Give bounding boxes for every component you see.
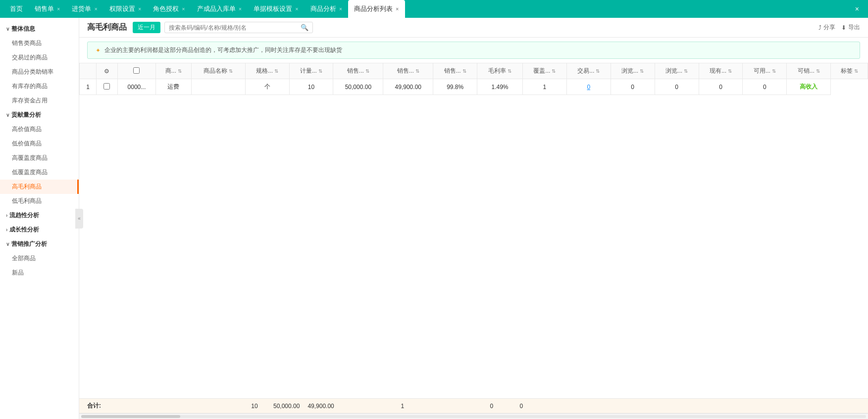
sort-icon-spec[interactable]: ⇅ (274, 68, 278, 74)
col-header-sellable_stock[interactable]: 可销...⇅ (787, 63, 831, 79)
nav-item-8[interactable]: 商品分析列表× (348, 0, 405, 18)
nav-item-0[interactable]: 首页 (4, 0, 29, 18)
nav-close-4[interactable]: × (182, 6, 185, 12)
section-arrow-1: ∨ (6, 112, 9, 118)
col-header-sales_amount[interactable]: 销售...⇅ (383, 63, 433, 79)
col-header-unit[interactable]: 计量...⇅ (289, 63, 333, 79)
sort-icon-coverage[interactable]: ⇅ (552, 68, 556, 74)
sort-icon-sales_amount[interactable]: ⇅ (415, 68, 419, 74)
sort-icon-gross_margin[interactable]: ⇅ (508, 68, 511, 74)
nav-close-3[interactable]: × (138, 6, 141, 12)
footer-spacer4 (417, 403, 477, 410)
sidebar-item-1-2[interactable]: 高覆盖度商品 (0, 151, 79, 165)
nav-close-2[interactable]: × (94, 6, 97, 12)
col-header-name[interactable]: 商品名称⇅ (191, 63, 245, 79)
info-icon: ✦ (96, 47, 101, 54)
sort-icon-sales_profit[interactable]: ⇅ (462, 68, 466, 74)
sidebar-section-2[interactable]: ›流趋性分析 (0, 208, 79, 223)
horizontal-scrollbar[interactable] (79, 413, 868, 419)
nav-item-1[interactable]: 销售单× (29, 0, 66, 18)
sort-icon-tag[interactable]: ⇅ (854, 68, 858, 74)
col-header-coverage[interactable]: 覆盖...⇅ (522, 63, 566, 79)
sort-icon-views2[interactable]: ⇅ (684, 68, 688, 74)
col-label-views2: 浏览... (665, 67, 682, 75)
sidebar-item-1-5[interactable]: 低毛利商品 (0, 194, 79, 208)
col-header-gross_margin[interactable]: 毛利率⇅ (477, 63, 523, 79)
table-footer: 合计: 10 50,000.00 49,900.00 1 0 0 (79, 398, 868, 413)
sidebar-item-1-0[interactable]: 高价值商品 (0, 122, 79, 137)
col-label-views1: 浏览... (621, 67, 638, 75)
col-header-settings[interactable]: ⚙ (96, 63, 117, 79)
header-actions: ⤴ 分享 ⬇ 导出 (818, 23, 860, 32)
cell-code-0: 0000... (117, 79, 155, 95)
col-header-code[interactable]: 商...⇅ (155, 63, 191, 79)
sort-icon-code[interactable]: ⇅ (178, 68, 182, 74)
sort-icon-unit[interactable]: ⇅ (318, 68, 322, 74)
select-all-checkbox[interactable] (133, 67, 140, 74)
col-header-available_stock[interactable]: 可用...⇅ (743, 63, 787, 79)
sort-icon-sellable_stock[interactable]: ⇅ (816, 68, 820, 74)
nav-close-7[interactable]: × (339, 6, 342, 12)
search-input[interactable] (169, 24, 299, 31)
export-button[interactable]: ⬇ 导出 (841, 23, 860, 32)
section-arrow-2: › (6, 213, 7, 218)
col-header-sales_qty[interactable]: 销售...⇅ (333, 63, 383, 79)
sort-icon-sales_qty[interactable]: ⇅ (365, 68, 369, 74)
sidebar-item-0-0[interactable]: 销售类商品 (0, 36, 79, 50)
nav-item-3[interactable]: 权限设置× (103, 0, 147, 18)
sort-icon-transactions[interactable]: ⇅ (596, 68, 600, 74)
footer-sales-profit: 49,900.00 (304, 403, 338, 410)
nav-item-6[interactable]: 单据模板设置× (248, 0, 304, 18)
nav-close-6[interactable]: × (295, 6, 298, 12)
sidebar-item-1-4[interactable]: 高毛利商品 (0, 180, 79, 194)
share-button[interactable]: ⤴ 分享 (818, 23, 835, 32)
filter-button[interactable]: 近一月 (133, 22, 160, 33)
nav-item-2[interactable]: 进货单× (66, 0, 103, 18)
col-header-tag[interactable]: 标签⇅ (831, 63, 868, 79)
settings-icon[interactable]: ⚙ (104, 68, 109, 75)
nav-item-7[interactable]: 商品分析× (305, 0, 348, 18)
sidebar-section-0[interactable]: ∨整体信息 (0, 22, 79, 36)
window-close-button[interactable]: × (850, 5, 864, 13)
sidebar-item-4-1[interactable]: 新品 (0, 266, 79, 280)
sort-icon-available_stock[interactable]: ⇅ (772, 68, 776, 74)
col-header-sales_profit[interactable]: 销售...⇅ (433, 63, 477, 79)
sidebar-section-1[interactable]: ∨贡献量分析 (0, 108, 79, 122)
cell-sales_profit-0: 49,900.00 (383, 79, 433, 95)
sort-icon-views1[interactable]: ⇅ (640, 68, 644, 74)
sidebar-item-0-1[interactable]: 交易过的商品 (0, 50, 79, 65)
col-header-transactions[interactable]: 交易...⇅ (566, 63, 611, 79)
col-label-available_stock: 可用... (754, 67, 770, 75)
search-icon[interactable]: 🔍 (301, 24, 308, 31)
main-layout: ∨整体信息销售类商品交易过的商品商品分类助销率有库存的商品库存资金占用∨贡献量分… (0, 18, 868, 419)
col-header-checkbox[interactable] (117, 63, 155, 79)
sidebar-section-4[interactable]: ∨营销推广分析 (0, 237, 79, 251)
sort-icon-name[interactable]: ⇅ (229, 68, 233, 74)
sidebar-item-1-3[interactable]: 低覆盖度商品 (0, 165, 79, 180)
footer-sales-qty: 10 (240, 403, 269, 410)
nav-item-4[interactable]: 角色授权× (147, 0, 191, 18)
row-checkbox-0[interactable] (103, 83, 110, 90)
sidebar-item-0-4[interactable]: 库存资金占用 (0, 93, 79, 108)
col-label-sellable_stock: 可销... (798, 67, 815, 75)
col-label-coverage: 覆盖... (533, 67, 550, 75)
footer-available-stock: 0 (507, 403, 536, 410)
col-header-spec[interactable]: 规格...⇅ (245, 63, 289, 79)
sidebar-section-3[interactable]: ›成长性分析 (0, 223, 79, 237)
nav-close-8[interactable]: × (396, 6, 399, 12)
cell-spec-0 (191, 79, 245, 95)
sidebar-item-1-1[interactable]: 低价值商品 (0, 137, 79, 151)
sort-icon-current_stock[interactable]: ⇅ (728, 68, 732, 74)
col-header-current_stock[interactable]: 现有...⇅ (699, 63, 743, 79)
col-header-views1[interactable]: 浏览...⇅ (611, 63, 655, 79)
sidebar-item-4-0[interactable]: 全部商品 (0, 251, 79, 266)
footer-label: 合计: (87, 402, 101, 410)
sidebar-item-0-3[interactable]: 有库存的商品 (0, 79, 79, 93)
col-header-views2[interactable]: 浏览...⇅ (655, 63, 699, 79)
nav-close-5[interactable]: × (239, 6, 242, 12)
nav-close-1[interactable]: × (57, 6, 60, 12)
sidebar-collapse-button[interactable]: « (75, 209, 83, 229)
nav-item-5[interactable]: 产成品入库单× (191, 0, 248, 18)
cell-views1-0[interactable]: 0 (566, 79, 611, 95)
sidebar-item-0-2[interactable]: 商品分类助销率 (0, 65, 79, 79)
